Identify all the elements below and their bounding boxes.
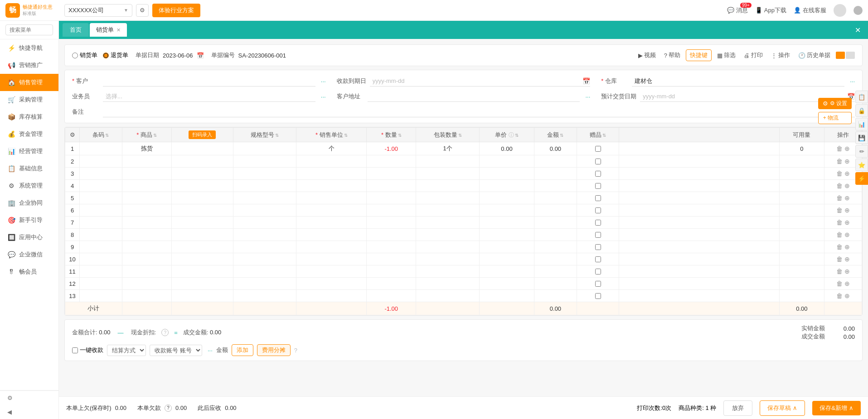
sidebar-item-member[interactable]: 🎖 畅会员 [0,263,58,280]
sidebar-collapse-btn[interactable]: ◀ [0,405,58,419]
copy-icon[interactable]: ⊕ [844,219,850,226]
copy-icon[interactable]: ⊕ [844,280,850,287]
calc-method-select[interactable]: 结算方式 [107,345,146,356]
row-product[interactable]: 拣货 [122,142,171,155]
copy-icon[interactable]: ⊕ [844,292,850,299]
account-select[interactable]: 收款账号 账号 [150,345,202,356]
gift-checkbox[interactable] [595,195,601,201]
copy-icon[interactable]: ⊕ [844,243,850,250]
sidebar-item-enterprise[interactable]: 🏢 企业协同 [0,194,58,212]
discount-help-icon[interactable]: ? [161,329,169,336]
user-menu[interactable] [853,6,863,15]
logistics-btn[interactable]: + 物流 [818,112,852,124]
row-barcode[interactable] [80,142,122,155]
operation-btn[interactable]: ⋮ 操作 [768,50,793,61]
copy-icon[interactable]: ⊕ [844,182,850,189]
tab-home[interactable]: 首页 [63,23,89,37]
delete-icon[interactable]: 🗑 [836,268,843,275]
return-radio[interactable]: 退货单 [103,51,128,59]
row-spec[interactable] [233,142,296,155]
gift-checkbox[interactable] [595,281,601,287]
sidebar-item-wechat[interactable]: 💬 企业微信 [0,246,58,263]
row-pkg-qty[interactable]: 1个 [416,142,480,155]
float-btn-3[interactable]: 📊 [855,118,868,130]
delete-icon[interactable]: 🗑 [836,158,843,165]
grid-view-btn[interactable] [836,52,845,59]
gift-checkbox[interactable] [595,244,601,250]
gift-checkbox[interactable] [595,159,601,164]
sidebar-settings-btn[interactable]: ⚙ [0,390,58,405]
payment-date-input[interactable] [370,76,583,86]
col-scan[interactable]: 扫码录入 [171,128,233,142]
gift-checkbox[interactable] [595,269,601,275]
delete-icon[interactable]: 🗑 [836,243,843,250]
warehouse-input[interactable] [632,76,844,86]
one-click-checkbox[interactable]: 一键收款 [72,346,103,354]
customer-addr-input[interactable] [368,91,580,101]
expense-btn[interactable]: 费用分摊 [257,344,291,356]
float-btn-orange[interactable]: ⚡ [855,172,868,185]
expense-help-icon[interactable]: ? [294,347,297,354]
delete-icon[interactable]: 🗑 [836,280,843,287]
calendar-icon[interactable]: 📅 [197,52,204,59]
abandon-btn[interactable]: 放弃 [723,400,752,416]
copy-icon[interactable]: ⊕ [844,268,850,275]
add-payment-btn[interactable]: 添加 [232,344,253,356]
sidebar-item-purchase[interactable]: 🛒 采购管理 [0,91,58,108]
row-unit[interactable]: 个 [296,142,367,155]
settings-panel-btn[interactable]: ⚙ ⚙ 设置 [818,98,852,109]
float-btn-5[interactable]: ✏ [855,145,868,158]
addr-dots-icon[interactable]: ··· [585,93,590,100]
row-gift[interactable] [577,142,619,155]
copy-icon[interactable]: ⊕ [844,145,850,152]
float-btn-6[interactable]: ⭐ [855,159,868,171]
sale-radio-input[interactable] [72,53,78,58]
sidebar-item-business[interactable]: 📊 经营管理 [0,143,58,160]
float-btn-4[interactable]: 💾 [855,131,868,144]
filter-btn[interactable]: ▦ 筛选 [714,50,738,61]
settings-button[interactable]: ⚙ [136,4,149,17]
delete-icon[interactable]: 🗑 [836,219,843,226]
sidebar-item-app-center[interactable]: 🔲 应用中心 [0,229,58,246]
debit-help-icon[interactable]: ? [165,405,172,412]
gift-checkbox[interactable] [595,146,601,152]
online-service-item[interactable]: 👤 在线客服 [794,6,826,14]
sidebar-item-guide[interactable]: 🎯 新手引导 [0,212,58,229]
print-btn[interactable]: 🖨 打印 [741,50,766,61]
shortcut-btn[interactable]: 快捷键 [686,49,712,61]
salesperson-dots-icon[interactable]: ··· [321,93,326,100]
delete-icon[interactable]: 🗑 [836,194,843,202]
sidebar-item-finance[interactable]: 💰 资金管理 [0,125,58,143]
warehouse-dots-icon[interactable]: ··· [850,78,855,85]
history-btn[interactable]: 🕐 历史单据 [795,50,833,61]
copy-icon[interactable]: ⊕ [844,207,850,214]
delete-icon[interactable]: 🗑 [836,255,843,263]
customer-input[interactable] [103,76,315,86]
col-settings[interactable]: ⚙ [65,128,80,142]
delete-icon[interactable]: 🗑 [836,182,843,189]
gift-checkbox[interactable] [595,183,601,189]
delete-icon[interactable]: 🗑 [836,207,843,214]
row-amount[interactable]: 0.00 [534,142,577,155]
sidebar-item-quick-nav[interactable]: ⚡ 快捷导航 [0,39,58,57]
copy-icon[interactable]: ⊕ [844,231,850,238]
delete-icon[interactable]: 🗑 [836,170,843,177]
gift-checkbox[interactable] [595,232,601,238]
gift-checkbox[interactable] [595,171,601,177]
account-dots-icon[interactable]: ··· [208,347,213,354]
experience-button[interactable]: 体验行业方案 [152,4,200,17]
payment-calendar-icon[interactable]: 📅 [582,77,590,85]
save-draft-btn[interactable]: 保存草稿 ∧ [760,400,805,416]
video-btn[interactable]: ▶ 视频 [635,50,659,61]
close-window-icon[interactable]: ✕ [851,26,864,34]
one-click-input[interactable] [72,347,78,353]
float-btn-1[interactable]: 📋 [855,91,868,103]
list-view-btn[interactable] [846,52,855,59]
delete-icon[interactable]: 🗑 [836,145,843,152]
gift-checkbox[interactable] [595,220,601,226]
app-download-item[interactable]: 📱 App下载 [755,6,786,14]
sidebar-item-marketing[interactable]: 📢 营销推广 [0,57,58,74]
delete-icon[interactable]: 🗑 [836,231,843,238]
copy-icon[interactable]: ⊕ [844,194,850,202]
row-price[interactable]: 0.00 [479,142,534,155]
